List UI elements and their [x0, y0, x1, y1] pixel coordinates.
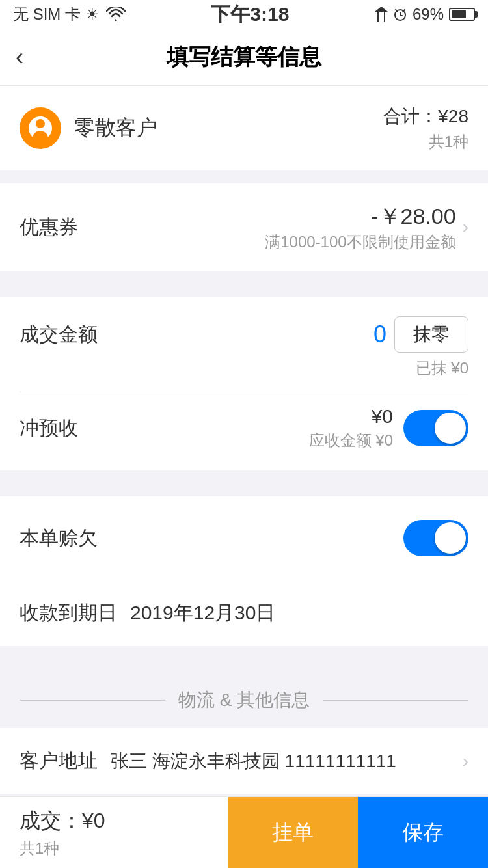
- section-gap-3: [0, 659, 488, 672]
- prepayment-receivable: 应收金额 ¥0: [309, 430, 393, 451]
- address-label: 客户地址: [20, 748, 98, 774]
- round-off-button[interactable]: 抹零: [394, 316, 468, 353]
- coupon-card: 优惠券 -￥28.00 满1000-100不限制使用金额 ›: [0, 183, 488, 271]
- coupon-label: 优惠券: [20, 214, 78, 241]
- main-content: 零散客户 合计：¥28 共1种 优惠券 -￥28.00 满1000-100不限制…: [0, 86, 488, 868]
- bottom-bar: 成交：¥0 共1种 挂单 保存: [0, 796, 488, 868]
- bottom-count: 共1种: [20, 838, 208, 859]
- address-card: 客户地址 张三 海淀永丰科技园 11111111111 ›: [0, 728, 488, 794]
- status-right: 69%: [375, 5, 475, 23]
- customer-card: 零散客户 合计：¥28 共1种: [0, 86, 488, 170]
- customer-info: 零散客户: [20, 107, 157, 149]
- bottom-info: 成交：¥0 共1种: [0, 797, 228, 868]
- logistics-header: 物流 & 其他信息: [0, 672, 488, 728]
- toggle-thumb: [435, 413, 466, 444]
- section-gap-2: [0, 483, 488, 496]
- back-button[interactable]: ‹: [16, 44, 23, 71]
- debit-card: 本单赊欠 收款到期日 2019年12月30日: [0, 496, 488, 646]
- bottom-deal-label: 成交：: [20, 809, 82, 832]
- debit-toggle-thumb: [435, 522, 466, 554]
- total-amount: 合计：¥28: [383, 104, 468, 129]
- location-icon: [375, 7, 388, 22]
- sim-status: 无 SIM 卡 ☀: [13, 4, 100, 25]
- status-time: 下午3:18: [211, 1, 289, 28]
- address-chevron: ›: [463, 751, 468, 772]
- prepayment-right: ¥0 应收金额 ¥0: [309, 405, 468, 451]
- customer-summary: 合计：¥28 共1种: [383, 104, 468, 152]
- logistics-line-right: [323, 700, 468, 701]
- bottom-deal-amount: ¥0: [82, 809, 105, 832]
- address-row[interactable]: 客户地址 张三 海淀永丰科技园 11111111111 ›: [0, 728, 488, 794]
- prepayment-amounts: ¥0 应收金额 ¥0: [309, 405, 393, 451]
- section-gap-1: [0, 284, 488, 297]
- avatar-icon: [29, 116, 52, 140]
- customer-row: 零散客户 合计：¥28 共1种: [0, 86, 488, 170]
- coupon-right: -￥28.00 满1000-100不限制使用金额 ›: [265, 202, 468, 252]
- due-date-value: 2019年12月30日: [130, 600, 275, 627]
- nav-bar: ‹ 填写结算等信息: [0, 29, 488, 86]
- logistics-text: 物流 & 其他信息: [165, 688, 323, 712]
- coupon-desc: 满1000-100不限制使用金额: [265, 232, 455, 252]
- coupon-chevron: ›: [463, 217, 468, 237]
- due-date-label: 收款到期日: [20, 600, 117, 627]
- hang-button[interactable]: 挂单: [228, 797, 358, 868]
- alarm-icon: [393, 7, 407, 21]
- transaction-right: 0 抹零: [373, 316, 468, 353]
- status-bar: 无 SIM 卡 ☀ 下午3:18 69%: [0, 0, 488, 29]
- already-rounded: 已抹 ¥0: [0, 353, 488, 392]
- prepayment-label: 冲预收: [20, 415, 78, 442]
- customer-name: 零散客户: [74, 114, 157, 142]
- due-date-row: 收款到期日 2019年12月30日: [0, 580, 488, 646]
- bottom-deal: 成交：¥0: [20, 807, 208, 835]
- address-value: 张三 海淀永丰科技园 11111111111: [111, 749, 463, 774]
- battery-icon: [449, 8, 475, 21]
- avatar: [20, 107, 61, 149]
- prepayment-row: 冲预收 ¥0 应收金额 ¥0: [0, 392, 488, 470]
- transaction-card: 成交金额 0 抹零 已抹 ¥0 冲预收 ¥0 应收金额 ¥0: [0, 297, 488, 470]
- wifi-icon: [106, 7, 126, 21]
- total-count: 共1种: [383, 131, 468, 152]
- save-button[interactable]: 保存: [358, 797, 488, 868]
- coupon-details: -￥28.00 满1000-100不限制使用金额: [265, 202, 455, 252]
- coupon-amount: -￥28.00: [265, 202, 455, 232]
- coupon-row[interactable]: 优惠券 -￥28.00 满1000-100不限制使用金额 ›: [0, 183, 488, 271]
- page-title: 填写结算等信息: [167, 42, 321, 72]
- transaction-value: 0: [373, 321, 386, 348]
- transaction-label: 成交金额: [20, 321, 98, 348]
- logistics-line-left: [20, 700, 165, 701]
- debit-toggle[interactable]: [403, 520, 468, 556]
- debit-row: 本单赊欠: [0, 496, 488, 580]
- transaction-row: 成交金额 0 抹零: [0, 297, 488, 353]
- status-left: 无 SIM 卡 ☀: [13, 4, 126, 25]
- battery-percent: 69%: [413, 5, 444, 23]
- prepayment-value: ¥0: [309, 405, 393, 427]
- debit-label: 本单赊欠: [20, 525, 98, 552]
- prepayment-toggle[interactable]: [403, 410, 468, 446]
